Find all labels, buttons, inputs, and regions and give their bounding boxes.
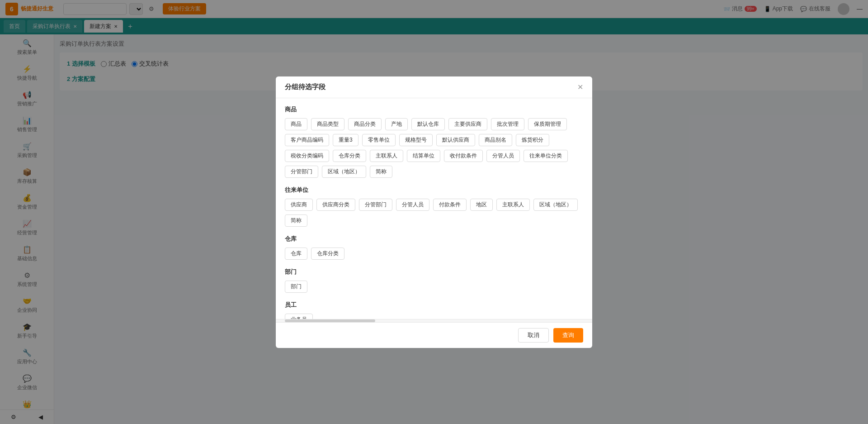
field-group-仓库: 仓库仓库仓库分类 [285,235,583,260]
field-tag[interactable]: 商品 [285,118,307,130]
field-tag[interactable]: 简称 [285,214,307,227]
field-tag[interactable]: 仓库分类 [311,248,344,260]
modal-title: 分组待选字段 [285,83,326,91]
field-tag[interactable]: 保质期管理 [528,118,567,130]
modal-header: 分组待选字段 ✕ [276,76,592,98]
field-tag[interactable]: 重量3 [333,134,359,146]
field-tag[interactable]: 往来单位分类 [524,150,568,162]
field-tag[interactable]: 商品别名 [479,134,512,146]
field-tag[interactable]: 主要供应商 [448,118,487,130]
field-group-title: 部门 [285,268,583,276]
field-tag[interactable]: 规格型号 [399,134,433,146]
field-tag[interactable]: 分管部门 [359,199,392,211]
field-tag[interactable]: 部门 [285,281,307,293]
field-group-title: 仓库 [285,235,583,243]
field-tag[interactable]: 分管人员 [396,199,429,211]
modal-close-icon[interactable]: ✕ [577,83,583,91]
field-tag[interactable]: 简称 [370,166,392,178]
field-group-title: 员工 [285,301,583,309]
field-tag[interactable]: 仓库 [285,248,307,260]
modal-overlay: 分组待选字段 ✕ 商品商品商品类型商品分类产地默认仓库主要供应商批次管理保质期管… [0,0,868,424]
field-tag[interactable]: 批次管理 [491,118,524,130]
field-tags: 部门 [285,281,583,293]
field-tag[interactable]: 区域（地区） [533,199,578,211]
field-tag[interactable]: 主联系人 [496,199,530,211]
modal-hscroll [276,319,592,322]
field-tag[interactable]: 税收分类编码 [285,150,329,162]
field-group-员工: 员工业务员 [285,301,583,319]
field-tag[interactable]: 默认供应商 [436,134,475,146]
field-tag[interactable]: 分管人员 [486,150,520,162]
field-tag[interactable]: 区域（地区） [322,166,366,178]
field-tags: 供应商供应商分类分管部门分管人员付款条件地区主联系人区域（地区）简称 [285,199,583,227]
field-tags: 仓库仓库分类 [285,248,583,260]
field-tags: 业务员 [285,314,583,319]
field-tag[interactable]: 地区 [470,199,493,211]
field-tag[interactable]: 供应商 [285,199,313,211]
field-group-title: 往来单位 [285,186,583,194]
field-tag[interactable]: 商品类型 [311,118,344,130]
field-tags: 商品商品类型商品分类产地默认仓库主要供应商批次管理保质期管理客户商品编码重量3零… [285,118,583,178]
field-tag[interactable]: 业务员 [285,314,313,319]
modal-body: 商品商品商品类型商品分类产地默认仓库主要供应商批次管理保质期管理客户商品编码重量… [276,98,592,319]
field-tag[interactable]: 供应商分类 [316,199,355,211]
field-tag[interactable]: 零售单位 [362,134,396,146]
field-tag[interactable]: 商品分类 [348,118,382,130]
field-tag[interactable]: 收付款条件 [444,150,483,162]
field-tag[interactable]: 分管部门 [285,166,318,178]
field-tag[interactable]: 主联系人 [370,150,403,162]
field-group-title: 商品 [285,105,583,114]
confirm-button[interactable]: 查询 [553,328,583,343]
field-group-往来单位: 往来单位供应商供应商分类分管部门分管人员付款条件地区主联系人区域（地区）简称 [285,186,583,227]
modal-footer: 取消 查询 [276,322,592,348]
field-tag[interactable]: 结算单位 [407,150,440,162]
field-tag[interactable]: 付款条件 [433,199,467,211]
cancel-button[interactable]: 取消 [518,328,549,343]
field-tag[interactable]: 产地 [385,118,408,130]
field-tag[interactable]: 炼货积分 [516,134,549,146]
field-tag[interactable]: 仓库分类 [333,150,366,162]
field-tag[interactable]: 默认仓库 [411,118,445,130]
field-tag[interactable]: 客户商品编码 [285,134,329,146]
field-group-商品: 商品商品商品类型商品分类产地默认仓库主要供应商批次管理保质期管理客户商品编码重量… [285,105,583,178]
field-select-modal: 分组待选字段 ✕ 商品商品商品类型商品分类产地默认仓库主要供应商批次管理保质期管… [276,76,592,348]
field-group-部门: 部门部门 [285,268,583,293]
